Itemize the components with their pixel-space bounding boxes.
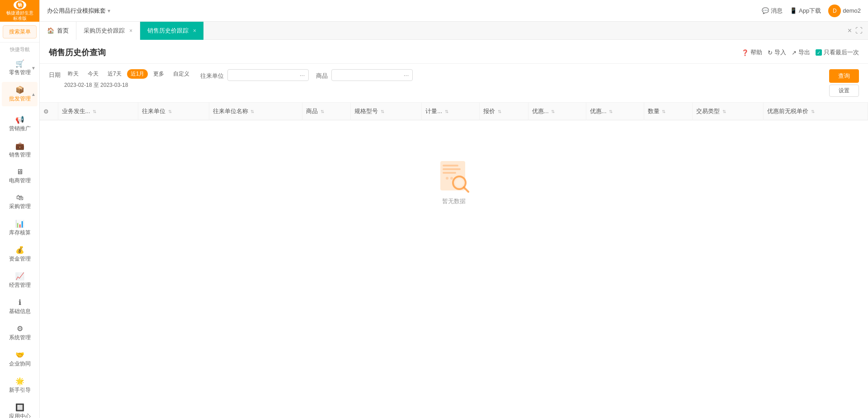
query-button[interactable]: 查询	[829, 69, 859, 83]
th-quote[interactable]: 报价 ⇅	[480, 103, 528, 120]
import-label: 导入	[774, 48, 786, 57]
tab-home-label: 首页	[57, 27, 69, 35]
tab-sales-close-button[interactable]: ×	[193, 28, 196, 34]
custom-btn[interactable]: 自定义	[170, 69, 193, 79]
import-icon: ↻	[768, 49, 773, 56]
th-counterparty-name[interactable]: 往来单位名称 ⇅	[209, 103, 302, 120]
sidebar-item-marketing[interactable]: 📢 营销推广	[2, 112, 38, 136]
th-counterparty-code[interactable]: 往来单位 ⇅	[138, 103, 209, 120]
sidebar-item-basic[interactable]: ℹ 基础信息	[2, 294, 38, 319]
th-unit[interactable]: 计量... ⇅	[422, 103, 480, 120]
goods-picker-icon[interactable]: ···	[404, 71, 409, 79]
app-logo: 畅 畅捷通好生意 标准版	[0, 0, 39, 22]
message-button[interactable]: 💬 消息	[762, 7, 783, 15]
sidebar-item-system[interactable]: ⚙ 系统管理	[2, 321, 38, 345]
table-container: ⚙ 业务发生... ⇅ 往来单位 ⇅ 往来单位名称 ⇅	[40, 103, 868, 242]
th-discount1[interactable]: 优惠... ⇅	[528, 103, 586, 120]
app-download-button[interactable]: 📱 App下载	[790, 7, 821, 15]
sidebar-item-inventory[interactable]: 📊 库存核算	[2, 216, 38, 240]
logo-icon: 畅	[14, 0, 26, 10]
counterparty-filter: 往来单位 ···	[200, 69, 309, 81]
main-content: 办公用品行业模拟账套 ▾ 💬 消息 📱 App下载 D demo2 🏠 首页	[40, 0, 868, 418]
ecommerce-icon: 🖥	[16, 168, 24, 176]
counterparty-label: 往来单位	[200, 70, 224, 80]
sidebar-item-sales[interactable]: 💼 销售管理	[2, 138, 38, 162]
sidebar-item-purchase[interactable]: 🛍 采购管理	[2, 190, 38, 214]
app-version: 标准版	[13, 16, 27, 21]
expand-button[interactable]: ⛶	[855, 27, 863, 35]
yesterday-btn[interactable]: 昨天	[64, 69, 82, 79]
basic-icon: ℹ	[19, 298, 21, 307]
tabbar: 🏠 首页 采购历史价跟踪 × 销售历史价跟踪 × × ⛶	[40, 22, 868, 40]
tab-home[interactable]: 🏠 首页	[40, 22, 76, 40]
counterparty-input-group[interactable]: ···	[227, 69, 309, 81]
th-trade-type[interactable]: 交易类型 ⇅	[693, 103, 764, 120]
app-name: 畅捷通好生意	[6, 10, 33, 16]
page-content: 销售历史价查询 ❓ 帮助 ↻ 导入 ↗ 导出 ✓	[40, 40, 868, 418]
gear-icon[interactable]: ⚙	[43, 108, 49, 115]
tab-purchase-close-button[interactable]: ×	[129, 28, 132, 34]
sidebar-item-inventory-label: 库存核算	[9, 229, 31, 237]
sort-icon: ⇅	[93, 109, 96, 114]
sidebar-item-appcenter[interactable]: 🔲 应用中心	[2, 399, 38, 418]
empty-illustration	[431, 157, 476, 197]
settings-button[interactable]: 设置	[829, 85, 859, 97]
sidebar-item-wholesale[interactable]: 📦 批发管理 ▲	[2, 82, 38, 106]
only-last-toggle[interactable]: ✓ 只看最后一次	[816, 48, 859, 57]
only-last-checkbox[interactable]: ✓	[816, 49, 822, 56]
tab-purchase-history-label: 采购历史价跟踪	[84, 27, 125, 35]
sidebar-item-sales-label: 销售管理	[9, 151, 31, 159]
tab-purchase-history[interactable]: 采购历史价跟踪 ×	[76, 22, 140, 40]
sidebar-item-operations-label: 经营管理	[9, 281, 31, 289]
inventory-icon: 📊	[15, 219, 24, 228]
user-avatar: D	[828, 5, 841, 17]
th-spec[interactable]: 规格型号 ⇅	[351, 103, 422, 120]
system-icon: ⚙	[17, 324, 23, 333]
search-menu-button[interactable]: 搜索菜单	[3, 25, 37, 38]
sidebar-search-section: 搜索菜单	[0, 22, 39, 43]
app-download-label: App下载	[799, 7, 821, 15]
goods-filter: 商品 ···	[316, 69, 413, 81]
filter-actions: 查询 设置	[829, 69, 859, 97]
th-quantity[interactable]: 数量 ⇅	[644, 103, 692, 120]
purchase-icon: 🛍	[16, 194, 24, 202]
user-name: demo2	[843, 7, 861, 14]
today-btn[interactable]: 今天	[84, 69, 102, 79]
wholesale-icon: 📦	[15, 86, 24, 94]
sidebar-item-retail[interactable]: 🛒 零售管理 ▼	[2, 56, 38, 80]
goods-input[interactable]	[335, 72, 403, 78]
tab-sales-history[interactable]: 销售历史价跟踪 ×	[140, 22, 204, 40]
sidebar-item-ecommerce[interactable]: 🖥 电商管理	[2, 164, 38, 188]
sort-icon: ⇅	[250, 109, 254, 114]
sidebar-item-appcenter-label: 应用中心	[9, 413, 31, 418]
sidebar-item-newbie[interactable]: 🌟 新手引导	[2, 373, 38, 398]
account-selector[interactable]: 办公用品行业模拟账套 ▾	[47, 7, 110, 15]
th-biz-date[interactable]: 业务发生... ⇅	[58, 103, 138, 120]
more-btn[interactable]: 更多	[150, 69, 168, 79]
sort-icon: ⇅	[811, 109, 815, 114]
sidebar-item-finance-label: 资金管理	[9, 255, 31, 263]
topbar: 办公用品行业模拟账套 ▾ 💬 消息 📱 App下载 D demo2	[40, 0, 868, 22]
date-range-display: 2023-02-18 至 2023-03-18	[64, 81, 193, 89]
goods-input-group[interactable]: ···	[331, 69, 413, 81]
svg-rect-3	[443, 165, 458, 166]
sort-icon: ⇅	[445, 109, 448, 114]
svg-text:畅: 畅	[18, 2, 22, 7]
user-profile[interactable]: D demo2	[828, 5, 861, 17]
export-button[interactable]: ↗ 导出	[792, 48, 810, 57]
sidebar-item-finance[interactable]: 💰 资金管理	[2, 242, 38, 266]
th-goods[interactable]: 商品 ⇅	[302, 103, 350, 120]
th-pretax-price[interactable]: 优惠前无税单价 ⇅	[764, 103, 868, 120]
help-button[interactable]: ❓ 帮助	[741, 48, 762, 57]
th-settings[interactable]: ⚙	[40, 103, 58, 120]
counterparty-input[interactable]	[231, 72, 299, 78]
import-button[interactable]: ↻ 导入	[768, 48, 786, 57]
sidebar-item-operations[interactable]: 📈 经营管理	[2, 268, 38, 293]
sales-icon: 💼	[15, 142, 24, 150]
close-all-tabs-button[interactable]: ×	[848, 27, 852, 35]
sidebar-item-enterprise[interactable]: 🤝 企业协同	[2, 347, 38, 371]
th-discount2[interactable]: 优惠... ⇅	[586, 103, 644, 120]
counterparty-picker-icon[interactable]: ···	[300, 71, 305, 79]
last7-btn[interactable]: 近7天	[104, 69, 125, 79]
last1m-btn[interactable]: 近1月	[127, 69, 148, 79]
